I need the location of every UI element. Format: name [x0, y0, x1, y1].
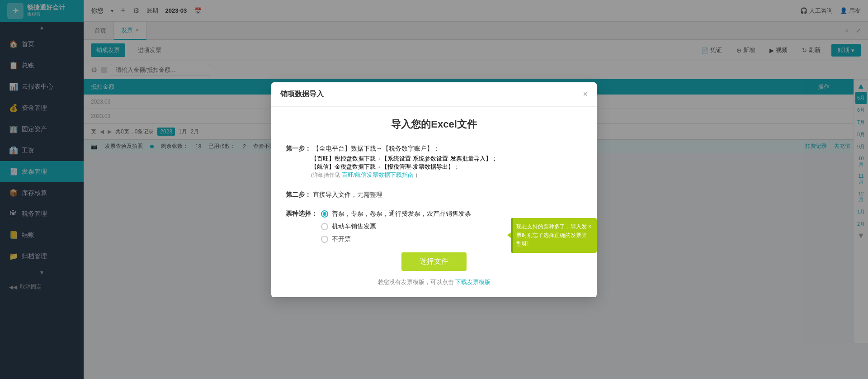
step1-detail-post: ) [415, 172, 417, 178]
tooltip-close-btn[interactable]: × [588, 223, 591, 231]
select-file-btn[interactable]: 选择文件 [401, 252, 467, 271]
radio-3-circle [321, 236, 328, 243]
step2-content: 直接导入文件，无需整理 [313, 191, 382, 198]
dialog-header: 销项数据导入 × [271, 82, 597, 107]
dialog-main-title: 导入您的Excel文件 [286, 118, 582, 131]
step1-label: 第一步： [286, 145, 311, 152]
dialog-title: 销项数据导入 [280, 90, 324, 99]
tooltip-arrow [507, 232, 511, 238]
radio-group: 普票，专票，卷票，通行费发票，农产品销售发票 机动车销售发票 × [317, 210, 582, 243]
import-dialog: 销项数据导入 × 导入您的Excel文件 第一步： 【全电平台】数据下载→【税务… [271, 82, 597, 297]
tooltip-bar [511, 218, 513, 253]
step1-extra-lines: 【百旺】税控盘数据下载→【系统设置-系统参数设置-发票批量导入】； 【航信】金税… [286, 155, 582, 179]
radio-1-label: 普票，专票，卷票，通行费发票，农产品销售发票 [332, 210, 471, 218]
radio-1-circle [321, 210, 328, 218]
step2-section: 第二步： 直接导入文件，无需整理 [286, 188, 582, 201]
template-pre: 若您没有发票模版，可以点击 [377, 279, 454, 285]
modal-overlay: 销项数据导入 × 导入您的Excel文件 第一步： 【全电平台】数据下载→【税务… [0, 0, 868, 379]
radio-item-1[interactable]: 普票，专票，卷票，通行费发票，农产品销售发票 [321, 210, 582, 218]
radio-item-2[interactable]: 机动车销售发票 × 现在支持的票种多了，导入发票时别忘了选择正确的发票类型呀! [321, 223, 582, 231]
step1-detail-link[interactable]: 百旺/航信发票数据下载指南 [342, 171, 414, 178]
tooltip-text: 现在支持的票种多了，导入发票时别忘了选择正确的发票类型呀! [516, 223, 587, 247]
radio-2-circle [321, 223, 328, 230]
step1-line1: 【全电平台】数据下载→【税务数字账户】； [313, 145, 439, 152]
ticket-section: 票种选择： 普票，专票，卷票，通行费发票，农产品销售发票 [286, 210, 582, 243]
step1-detail: (详细操作见 百旺/航信发票数据下载指南 ) [311, 171, 582, 179]
step1-line3: 【航信】金税盘数据下载→【报税管理-发票数据导出】； [311, 163, 582, 171]
step1-detail-pre: (详细操作见 [311, 172, 340, 178]
step1-line2: 【百旺】税控盘数据下载→【系统设置-系统参数设置-发票批量导入】； [311, 155, 582, 163]
radio-1-dot [323, 212, 326, 216]
ticket-label: 票种选择： [286, 210, 317, 218]
dialog-close-btn[interactable]: × [583, 90, 588, 99]
step1-section: 第一步： 【全电平台】数据下载→【税务数字账户】； 【百旺】税控盘数据下载→【系… [286, 142, 582, 179]
dialog-body: 导入您的Excel文件 第一步： 【全电平台】数据下载→【税务数字账户】； 【百… [271, 107, 597, 297]
tooltip-popup: × 现在支持的票种多了，导入发票时别忘了选择正确的发票类型呀! [511, 218, 597, 253]
radio-2-label: 机动车销售发票 [332, 223, 376, 231]
step2-label: 第二步： [286, 191, 311, 198]
radio-3-label: 不开票 [332, 235, 351, 243]
radio-container: 普票，专票，卷票，通行费发票，农产品销售发票 机动车销售发票 × [317, 210, 582, 243]
template-row: 若您没有发票模版，可以点击 下载发票模版 [286, 278, 582, 286]
template-link[interactable]: 下载发票模版 [455, 279, 491, 285]
